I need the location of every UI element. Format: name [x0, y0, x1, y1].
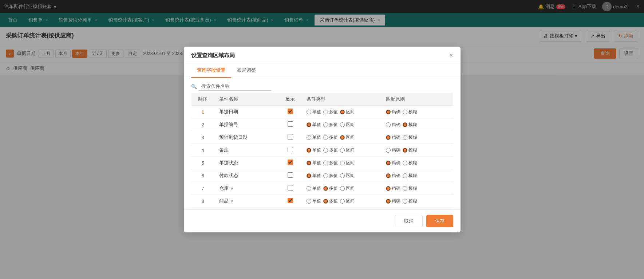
modal-title: 设置查询区域布局: [191, 52, 235, 59]
modal-header: 设置查询区域布局 ×: [184, 47, 461, 63]
tab-layout-adjust[interactable]: 布局调整: [231, 63, 262, 75]
modal-overlay: 设置查询区域布局 × 查询字段设置 布局调整 🔍 顺序: [0, 0, 644, 75]
tab-layout-adjust-label: 布局调整: [237, 67, 256, 73]
modal-tabs: 查询字段设置 布局调整: [184, 63, 461, 75]
tab-query-fields-label: 查询字段设置: [197, 67, 225, 73]
settings-modal: 设置查询区域布局 × 查询字段设置 布局调整 🔍 顺序: [184, 47, 461, 75]
modal-close-button[interactable]: ×: [449, 52, 453, 59]
tab-query-fields[interactable]: 查询字段设置: [191, 63, 231, 75]
